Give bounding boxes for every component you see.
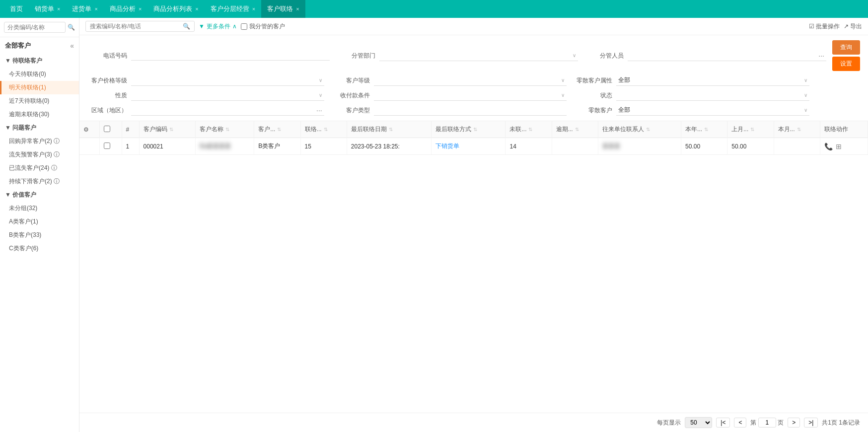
my-customers-checkbox[interactable] bbox=[241, 23, 247, 30]
filter-price-level-select[interactable]: ∨ bbox=[131, 75, 324, 86]
ellipsis-icon[interactable]: ··· bbox=[818, 52, 824, 60]
filter-area-select[interactable]: ··· bbox=[131, 105, 324, 116]
sidebar-item-ungrouped[interactable]: 未分组(32) bbox=[0, 202, 79, 215]
th-last-month[interactable]: 上月... ⇅ bbox=[727, 121, 774, 138]
search-icon[interactable]: 🔍 bbox=[183, 23, 190, 30]
filter-division-person-select[interactable]: ··· bbox=[628, 50, 826, 61]
td-last-contact-method[interactable]: 下销货单 bbox=[432, 138, 506, 155]
export-btn[interactable]: ↗ 导出 bbox=[844, 22, 862, 31]
th-settings[interactable]: ⚙ bbox=[79, 121, 100, 138]
sidebar-item-abnormal[interactable]: 回购异常客户(2) ⓘ bbox=[0, 135, 79, 148]
th-this-year[interactable]: 本年... ⇅ bbox=[681, 121, 727, 138]
th-last-contact-date[interactable]: 最后联络日期 ⇅ bbox=[347, 121, 431, 138]
sidebar-item-class-c[interactable]: C类客户(6) bbox=[0, 242, 79, 255]
chevron-down-icon: ∨ bbox=[319, 77, 322, 83]
grid-icon[interactable]: ⊞ bbox=[836, 143, 842, 150]
row-checkbox[interactable] bbox=[104, 143, 110, 149]
sidebar-item-today-pending[interactable]: 今天待联络(0) bbox=[0, 68, 79, 81]
last-contact-method-link[interactable]: 下销货单 bbox=[435, 143, 459, 149]
filter-phone: 电话号码 bbox=[87, 51, 330, 61]
filter-status-select[interactable]: ∨ bbox=[616, 90, 809, 101]
th-customer-type[interactable]: 客户... ⇅ bbox=[254, 121, 300, 138]
page-number-input[interactable] bbox=[758, 418, 776, 428]
select-all-checkbox[interactable] bbox=[104, 126, 110, 132]
sidebar-item-declining[interactable]: 持续下滑客户(2) ⓘ bbox=[0, 175, 79, 188]
search-input[interactable] bbox=[90, 23, 183, 30]
nav-purchase[interactable]: 进货单 × bbox=[66, 0, 103, 18]
sidebar-item-tomorrow-pending[interactable]: 明天待联络(1) bbox=[0, 81, 79, 94]
th-last-contact-method[interactable]: 最后联络方式 ⇅ bbox=[432, 121, 506, 138]
more-conditions-btn[interactable]: ▼ 更多条件 ∧ bbox=[199, 22, 237, 31]
td-checkbox[interactable] bbox=[100, 138, 122, 155]
gear-icon[interactable]: ⚙ bbox=[83, 126, 89, 133]
td-last-contact-date: 2023-05-23 18:25: bbox=[347, 138, 431, 155]
nav-goods-analysis-list[interactable]: 商品分析列表 × bbox=[147, 0, 204, 18]
th-customer-name[interactable]: 客户名称 ⇅ bbox=[196, 121, 254, 138]
th-this-month[interactable]: 本月... ⇅ bbox=[774, 121, 820, 138]
sidebar-item-lost[interactable]: 已流失客户(24) ⓘ bbox=[0, 161, 79, 175]
th-unit-contact[interactable]: 往来单位联系人 ⇅ bbox=[598, 121, 681, 138]
td-settings bbox=[79, 138, 100, 155]
sort-icon: ⇅ bbox=[225, 127, 229, 132]
nav-goods-analysis[interactable]: 商品分析 × bbox=[104, 0, 147, 18]
all-customers-title[interactable]: 全部客户 « bbox=[0, 37, 79, 54]
td-unit-contact: 某某某 bbox=[598, 138, 681, 155]
sidebar-search-icon[interactable]: 🔍 bbox=[68, 24, 75, 31]
filter-nature-select[interactable]: ∨ bbox=[131, 90, 324, 101]
close-icon[interactable]: × bbox=[94, 6, 97, 12]
close-icon[interactable]: × bbox=[139, 6, 142, 12]
group-pending-contact[interactable]: ▼ 待联络客户 bbox=[0, 54, 79, 68]
filter-customer-type-select[interactable] bbox=[374, 105, 567, 116]
first-page-btn[interactable]: |< bbox=[716, 418, 730, 428]
sidebar-item-class-b[interactable]: B类客户(33) bbox=[0, 228, 79, 242]
toolbar: 🔍 ▼ 更多条件 ∧ 我分管的客户 ☑ 批量操作 ↗ 导出 bbox=[79, 18, 868, 35]
phone-icon[interactable]: 📞 bbox=[824, 143, 833, 150]
next-page-btn[interactable]: > bbox=[788, 418, 800, 428]
sidebar-search-input[interactable] bbox=[4, 22, 66, 33]
ellipsis-icon[interactable]: ··· bbox=[316, 106, 322, 114]
sidebar-item-7days-pending[interactable]: 近7天待联络(0) bbox=[0, 94, 79, 108]
filter-payment-terms-select[interactable]: ∨ bbox=[374, 90, 567, 101]
th-customer-code[interactable]: 客户编码 ⇅ bbox=[139, 121, 196, 138]
nav-sales[interactable]: 销货单 × bbox=[29, 0, 66, 18]
sidebar-item-overdue-pending[interactable]: 逾期未联络(30) bbox=[0, 108, 79, 121]
td-customer-name[interactable]: Ea某某某某 bbox=[196, 138, 254, 155]
close-icon[interactable]: × bbox=[252, 6, 255, 12]
th-contact[interactable]: 联络... ⇅ bbox=[300, 121, 347, 138]
reset-button[interactable]: 设置 bbox=[832, 57, 860, 71]
group-problem-customers[interactable]: ▼ 问题客户 bbox=[0, 121, 79, 135]
page-size-select[interactable]: 50 100 200 bbox=[685, 417, 712, 428]
prev-page-btn[interactable]: < bbox=[734, 418, 746, 428]
th-no-contact[interactable]: 未联... ⇅ bbox=[506, 121, 552, 138]
sidebar: 🔍 全部客户 « ▼ 待联络客户 今天待联络(0) 明天待联络(1) 近7天待联… bbox=[0, 18, 79, 432]
nav-home[interactable]: 首页 bbox=[4, 0, 29, 18]
my-customers-checkbox-label[interactable]: 我分管的客户 bbox=[241, 22, 285, 31]
close-icon[interactable]: × bbox=[195, 6, 198, 12]
filter-retail-customer-select[interactable]: 全部 ∨ bbox=[616, 105, 809, 116]
filter-row-1: 电话号码 分管部门 ∨ 分管人员 ··· bbox=[87, 40, 860, 71]
th-checkbox[interactable] bbox=[100, 121, 122, 138]
filter-phone-input[interactable] bbox=[131, 51, 330, 61]
chevron-down-icon: ∨ bbox=[561, 92, 565, 98]
sidebar-item-warning[interactable]: 流失预警客户(3) ⓘ bbox=[0, 148, 79, 161]
th-overdue[interactable]: 逾期... ⇅ bbox=[552, 121, 598, 138]
last-page-btn[interactable]: >| bbox=[804, 418, 818, 428]
nav-customer-layer[interactable]: 客户分层经营 × bbox=[205, 0, 261, 18]
nav-customer-contact[interactable]: 客户联络 × bbox=[261, 0, 305, 18]
filter-buttons: 查询 设置 bbox=[832, 40, 860, 71]
sort-icon: ⇅ bbox=[277, 127, 281, 132]
td-contact: 15 bbox=[300, 138, 347, 155]
close-icon[interactable]: × bbox=[296, 6, 299, 12]
group-value-customers[interactable]: ▼ 价值客户 bbox=[0, 188, 79, 202]
filter-division-dept-select[interactable]: ∨ bbox=[379, 50, 578, 61]
filter-row-2: 客户价格等级 ∨ 客户等级 ∨ 零散客户属性 全部 bbox=[87, 75, 860, 86]
query-button[interactable]: 查询 bbox=[832, 40, 860, 55]
filter-customer-level-select[interactable]: ∨ bbox=[374, 75, 567, 86]
td-this-month bbox=[774, 138, 820, 155]
td-no-contact: 14 bbox=[506, 138, 552, 155]
filter-retail-attr-select[interactable]: 全部 ∨ bbox=[616, 75, 809, 86]
batch-operation-btn[interactable]: ☑ 批量操作 bbox=[809, 22, 840, 31]
close-icon[interactable]: × bbox=[57, 6, 60, 12]
sidebar-item-class-a[interactable]: A类客户(1) bbox=[0, 215, 79, 228]
customer-name-text: Ea某某某某 bbox=[200, 143, 231, 149]
